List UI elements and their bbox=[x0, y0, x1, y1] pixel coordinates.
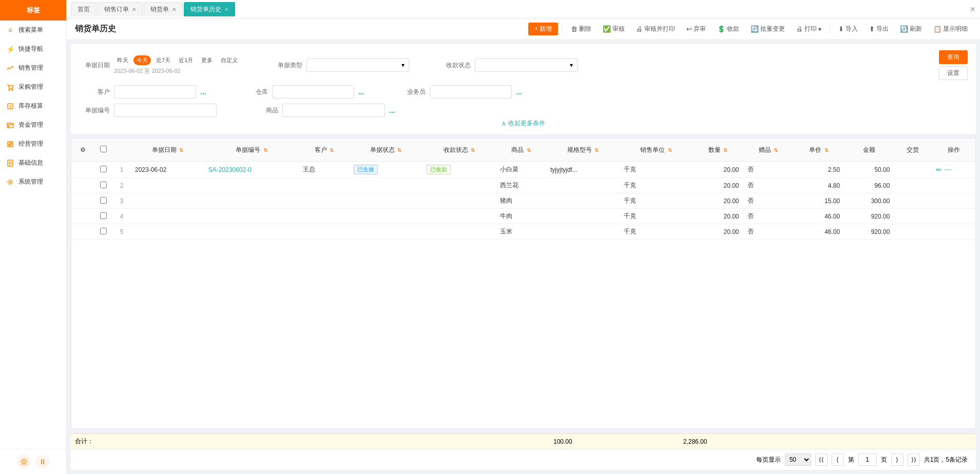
row-checkbox-4[interactable] bbox=[100, 228, 107, 234]
svg-point-14 bbox=[9, 181, 11, 183]
col-gift[interactable]: 赠品 ⇅ bbox=[743, 139, 794, 162]
more-icon-0[interactable]: ⋯ bbox=[944, 166, 951, 174]
print-icon: 🖨 bbox=[796, 25, 803, 33]
row-checkbox-3[interactable] bbox=[100, 212, 107, 219]
customer-ellipsis-btn[interactable]: ... bbox=[200, 88, 206, 96]
sidebar-item-label: 资金管理 bbox=[18, 121, 43, 129]
row-checkbox-2[interactable] bbox=[100, 197, 107, 204]
page-next-btn[interactable]: ⟩ bbox=[891, 453, 904, 466]
customer-input[interactable] bbox=[114, 85, 196, 98]
print-button[interactable]: 🖨 打印 ▾ bbox=[792, 23, 825, 35]
abandon-button[interactable]: ↩ 弃审 bbox=[682, 23, 710, 35]
salesperson-input[interactable] bbox=[430, 85, 512, 98]
delete-button[interactable]: 🗑 删除 bbox=[567, 23, 595, 35]
page-label: 第 bbox=[848, 456, 854, 464]
sidebar-item-inventory-calc[interactable]: 库存核算 bbox=[0, 96, 66, 115]
total-amount: 2,286.00 bbox=[683, 438, 707, 445]
col-customer[interactable]: 客户 ⇅ bbox=[299, 139, 349, 162]
date-pill-yesterday[interactable]: 昨天 bbox=[114, 55, 131, 65]
col-gear: ⚙ bbox=[71, 139, 94, 162]
export-icon: ⬆ bbox=[869, 25, 875, 33]
sidebar-item-search-menu[interactable]: ≡ 搜索菜单 bbox=[0, 21, 66, 40]
col-doc-date[interactable]: 单据日期 ⇅ bbox=[131, 139, 204, 162]
page-prev-btn[interactable]: ⟨ bbox=[832, 453, 844, 466]
warehouse-ellipsis-btn[interactable]: ... bbox=[358, 88, 364, 96]
goods-input[interactable] bbox=[282, 104, 385, 117]
refresh-button[interactable]: 🔃 刷新 bbox=[896, 23, 926, 35]
filter-warehouse: 仓库 ... bbox=[237, 85, 364, 98]
salesperson-ellipsis-btn[interactable]: ... bbox=[516, 88, 522, 96]
col-doc-status[interactable]: 单据状态 ⇅ bbox=[350, 139, 423, 162]
delete-icon: 🗑 bbox=[571, 25, 578, 33]
sidebar-item-fund-mgmt[interactable]: 资金管理 bbox=[0, 115, 66, 134]
col-goods[interactable]: 商品 ⇅ bbox=[496, 139, 546, 162]
sidebar-item-quick-nav[interactable]: ⚡ 快捷导航 bbox=[0, 40, 66, 58]
date-pill-more[interactable]: 更多 bbox=[198, 55, 216, 65]
query-button[interactable]: 查询 bbox=[939, 50, 968, 64]
col-sales-unit[interactable]: 销售单位 ⇅ bbox=[620, 139, 693, 162]
goods-ellipsis-btn[interactable]: ... bbox=[389, 106, 395, 114]
tab-close-all[interactable]: ✕ bbox=[970, 5, 976, 13]
date-pill-7days[interactable]: 近7天 bbox=[153, 55, 174, 65]
collect-icon: 💲 bbox=[717, 25, 725, 33]
collect-status-select[interactable]: ▾ bbox=[475, 58, 578, 72]
page-first-btn[interactable]: ⟨⟨ bbox=[815, 453, 828, 466]
batch-change-button[interactable]: 🔄 批量变更 bbox=[746, 23, 789, 35]
doc-no-link-0[interactable]: SA-20230602-0 bbox=[208, 166, 252, 173]
page-size-select[interactable]: 50 100 200 bbox=[785, 453, 811, 466]
review-button[interactable]: ✅ 审核 bbox=[599, 23, 629, 35]
import-button[interactable]: ⬇ 导入 bbox=[834, 23, 862, 35]
tab-sales-goods-close[interactable]: ✕ bbox=[172, 7, 176, 12]
row-checkbox-0[interactable] bbox=[100, 166, 107, 172]
cell-collect-status-1 bbox=[422, 178, 496, 193]
collapse-button[interactable]: ∧ 收起更多条件 bbox=[79, 119, 968, 128]
col-amount-label: 金额 bbox=[863, 146, 875, 153]
filter-goods-label: 商品 bbox=[247, 106, 278, 115]
date-pill-1month[interactable]: 近1月 bbox=[176, 55, 196, 65]
collect-button[interactable]: 💲 收款 bbox=[713, 23, 743, 35]
doc-type-select[interactable]: ▾ bbox=[306, 58, 409, 72]
tab-sales-history-close[interactable]: ✕ bbox=[224, 7, 228, 12]
toolbar-divider-1 bbox=[562, 25, 563, 33]
sidebar-item-ops-mgmt[interactable]: 经营管理 bbox=[0, 134, 66, 153]
show-detail-button[interactable]: 📋 显示明细 bbox=[929, 23, 972, 35]
col-spec-type-label: 规格型号 bbox=[567, 146, 592, 153]
sidebar-item-sys-mgmt[interactable]: 系统管理 bbox=[0, 172, 66, 191]
sidebar-item-label: 基础信息 bbox=[18, 159, 43, 167]
tab-home[interactable]: 首页 bbox=[71, 2, 97, 16]
table-row: 5 玉米 千克 20.00 否 46.00 920.00 bbox=[71, 224, 975, 240]
col-spec-type[interactable]: 规格型号 ⇅ bbox=[546, 139, 620, 162]
select-all-checkbox[interactable] bbox=[100, 146, 107, 152]
row-checkbox-1[interactable] bbox=[100, 182, 107, 188]
new-button[interactable]: + 新增 bbox=[528, 23, 558, 35]
table-gear-icon[interactable]: ⚙ bbox=[75, 143, 90, 157]
review-print-button[interactable]: 🖨 审核并打印 bbox=[632, 23, 679, 35]
setting-button[interactable]: 设置 bbox=[939, 66, 968, 80]
sidebar-item-base-info[interactable]: 基础信息 bbox=[0, 153, 66, 172]
export-button[interactable]: ⬆ 导出 bbox=[865, 23, 893, 35]
warehouse-input[interactable] bbox=[272, 85, 354, 98]
date-pill-custom[interactable]: 自定义 bbox=[218, 55, 241, 65]
edit-icon-0[interactable]: ✏ bbox=[936, 166, 942, 174]
page-last-btn[interactable]: ⟩⟩ bbox=[908, 453, 920, 466]
sidebar-item-purchase-mgmt[interactable]: 采购管理 bbox=[0, 77, 66, 96]
tab-sales-history[interactable]: 销货单历史 ✕ bbox=[184, 2, 235, 16]
sidebar-bottom-btn1[interactable]: 🔆 bbox=[17, 455, 31, 469]
tab-sales-order[interactable]: 销售订单 ✕ bbox=[98, 2, 143, 16]
col-doc-date-label: 单据日期 bbox=[152, 146, 177, 153]
tab-sales-order-label: 销售订单 bbox=[104, 5, 129, 14]
col-quantity[interactable]: 数量 ⇅ bbox=[693, 139, 743, 162]
page-suffix: 页 bbox=[881, 456, 887, 464]
sidebar-bottom-btn2[interactable]: ⏸ bbox=[35, 455, 50, 469]
col-doc-no[interactable]: 单据编号 ⇅ bbox=[204, 139, 299, 162]
sidebar-item-sales-mgmt[interactable]: 销售管理 bbox=[0, 58, 66, 77]
cell-goods-4: 玉米 bbox=[496, 224, 546, 240]
cell-amount-3: 920.00 bbox=[844, 209, 894, 224]
page-input[interactable] bbox=[858, 453, 877, 466]
col-unit-price[interactable]: 单价 ⇅ bbox=[794, 139, 844, 162]
doc-no-input[interactable] bbox=[114, 104, 217, 117]
tab-sales-goods[interactable]: 销货单 ✕ bbox=[144, 2, 183, 16]
tab-sales-order-close[interactable]: ✕ bbox=[132, 7, 136, 12]
col-collect-status[interactable]: 收款状态 ⇅ bbox=[422, 139, 496, 162]
date-pill-today[interactable]: 今天 bbox=[133, 55, 151, 65]
